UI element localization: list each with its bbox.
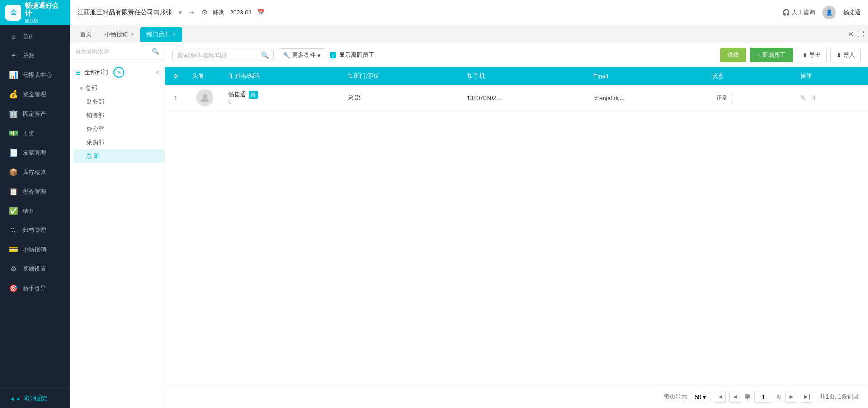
filter-arrow-icon: ▾ [317, 52, 321, 59]
employee-toolbar: 🔍 🔧 更多条件 ▾ ✓ 显示离职员工 邀请 + 新增员工 ⬆ 导出 [165, 43, 868, 67]
tab-expense[interactable]: 小畅报销 × [98, 27, 140, 42]
invite-button[interactable]: 邀请 [720, 48, 746, 62]
row-dept-position: 总 部 [342, 85, 462, 111]
sidebar-item-label: 首页 [23, 33, 34, 41]
employee-search-input[interactable] [177, 52, 259, 59]
sidebar-item-payroll[interactable]: 💵 工资 [0, 123, 70, 143]
sidebar-item-inventory[interactable]: 📦 库存核算 [0, 162, 70, 182]
page-input[interactable] [754, 391, 772, 403]
dept-edit-button[interactable]: ✎ [113, 67, 124, 78]
sidebar-item-reports[interactable]: 📊 云报表中心 [0, 65, 70, 85]
period-label: 账期 [213, 9, 225, 17]
total-label: 共1页, 1条记录 [820, 393, 859, 401]
sidebar-nav: ⌂ 首页 ≡ 总账 📊 云报表中心 💰 资金管理 🏢 固定资产 💵 工资 🧾 发… [0, 25, 70, 389]
dept-all-button[interactable]: ⊞ 全部部门 ✎ « [70, 63, 165, 81]
import-button[interactable]: ⬇ 导入 [830, 48, 861, 62]
row-avatar [187, 85, 223, 111]
sidebar-item-label: 新手引导 [23, 285, 46, 293]
import-icon: ⬇ [836, 52, 841, 59]
sidebar-item-tax[interactable]: 📋 税务管理 [0, 182, 70, 201]
tab-expense-close[interactable]: × [131, 31, 134, 38]
sidebar-item-closeout[interactable]: ✅ 结账 [0, 201, 70, 221]
tabs-actions: ✕ ⛶ [848, 30, 864, 38]
unpin-button[interactable]: ◄◄ 取消固定 [0, 389, 70, 408]
dept-child-general[interactable]: 总 部 [74, 149, 165, 163]
sidebar-item-invoice[interactable]: 🧾 发票管理 [0, 143, 70, 162]
settings-icon[interactable]: ⚙ [201, 8, 208, 17]
page-di-label: 第 [745, 393, 750, 401]
dept-search-icon[interactable]: 🔍 [152, 48, 159, 55]
support-button[interactable]: 🎧 人工咨询 [783, 9, 815, 17]
employee-table-wrap: ⚙ 头像 ⇅ 姓名/编码 ⇅ 部门/职位 ⇅ 手机 Email 状态 操作 1 [165, 67, 868, 385]
sidebar-item-label: 发票管理 [23, 149, 46, 157]
tab-employees-label: 部门员工 [146, 30, 170, 38]
tab-home[interactable]: 首页 [74, 27, 98, 42]
app-sub: 旗舰版 [25, 18, 65, 24]
expand-arrow-icon: ▼ [79, 86, 84, 91]
edit-button[interactable]: ✎ [800, 94, 806, 101]
export-button[interactable]: ⬆ 导出 [797, 48, 827, 62]
dept-all-label: 全部部门 [85, 68, 108, 76]
company-dropdown-icon[interactable]: ▼ [178, 9, 183, 16]
add-employee-button[interactable]: + 新增员工 [750, 48, 793, 62]
col-dept[interactable]: ⇅ 部门/职位 [342, 67, 462, 85]
dept-child-sales[interactable]: 销售部 [74, 109, 165, 122]
page-size-select[interactable]: 50 ▾ [691, 392, 710, 402]
search-icon[interactable]: 🔍 [261, 52, 269, 59]
close-tab-button[interactable]: ✕ [848, 30, 854, 38]
sidebar-item-funds[interactable]: 💰 资金管理 [0, 85, 70, 104]
add-company-button[interactable]: ＋ [189, 8, 196, 17]
guide-icon: 🎯 [9, 284, 18, 293]
home-icon: ⌂ [9, 33, 18, 41]
delete-button[interactable]: ⊟ [810, 94, 816, 101]
sidebar-item-assets[interactable]: 🏢 固定资产 [0, 104, 70, 123]
period-value: 2023-03 [230, 9, 252, 16]
sidebar-item-archive[interactable]: 🗂 归档管理 [0, 221, 70, 240]
dept-parent-item[interactable]: ▼ 总部 [74, 81, 165, 95]
col-settings[interactable]: ⚙ [165, 67, 187, 85]
dept-search-wrap: 🔍 [70, 43, 165, 60]
dept-child-office[interactable]: 办公室 [74, 122, 165, 136]
page-prev-button[interactable]: ◄ [729, 391, 741, 403]
sidebar-item-label: 基础设置 [23, 265, 46, 273]
ledger-icon: ≡ [9, 52, 18, 60]
sidebar-item-label: 结账 [23, 207, 34, 215]
employee-code: 0 [228, 99, 337, 105]
sidebar-item-guide[interactable]: 🎯 新手引导 [0, 279, 70, 298]
dept-child-purchase[interactable]: 采购部 [74, 136, 165, 149]
tab-employees-close[interactable]: × [173, 31, 176, 38]
dept-collapse-button[interactable]: « [156, 69, 159, 76]
dept-parent-label: 总部 [85, 84, 97, 92]
inventory-icon: 📦 [9, 168, 18, 176]
col-name[interactable]: ⇅ 姓名/编码 [223, 67, 342, 85]
sidebar-item-label: 小畅报销 [23, 246, 46, 254]
logo-text-wrap: 畅捷通好会计 旗舰版 [25, 1, 65, 24]
dept-group-root: ▼ 总部 财务部 销售部 办公室 采购部 总 部 [70, 81, 165, 163]
calendar-icon[interactable]: 📅 [257, 9, 264, 16]
page-next-button[interactable]: ► [785, 391, 797, 403]
dept-search-input[interactable] [75, 48, 149, 55]
sidebar-item-expense[interactable]: 💳 小畅报销 [0, 240, 70, 259]
sidebar-item-label: 资金管理 [23, 90, 46, 99]
page-first-button[interactable]: |◄ [714, 391, 726, 403]
dept-child-finance[interactable]: 财务部 [74, 95, 165, 109]
sidebar-item-home[interactable]: ⌂ 首页 [0, 27, 70, 46]
tab-employees[interactable]: 部门员工 × [140, 27, 182, 42]
toolbar-right: 邀请 + 新增员工 ⬆ 导出 ⬇ 导入 [720, 48, 861, 62]
employee-panel: 🔍 🔧 更多条件 ▾ ✓ 显示离职员工 邀请 + 新增员工 ⬆ 导出 [165, 43, 868, 408]
sidebar-item-ledger[interactable]: ≡ 总账 [0, 46, 70, 65]
sidebar-item-label: 总账 [23, 52, 34, 60]
sidebar-item-settings[interactable]: ⚙ 基础设置 [0, 259, 70, 279]
sidebar-item-label: 归档管理 [23, 226, 46, 234]
expand-tab-button[interactable]: ⛶ [857, 30, 864, 38]
sidebar-item-label: 工资 [23, 129, 34, 138]
col-phone[interactable]: ⇅ 手机 [462, 67, 588, 85]
dept-tree: ⊞ 全部部门 ✎ « ▼ 总部 财务部 销售部 办公室 采购部 总 部 [70, 60, 165, 408]
archive-icon: 🗂 [9, 226, 18, 234]
page-last-button[interactable]: ►| [801, 391, 812, 403]
sidebar-item-label: 云报表中心 [23, 71, 52, 79]
export-label: 导出 [809, 51, 821, 59]
filter-button[interactable]: 🔧 更多条件 ▾ [278, 48, 326, 62]
show-resigned-checkbox[interactable]: ✓ 显示离职员工 [330, 51, 374, 59]
table-row: 1 [165, 85, 868, 111]
